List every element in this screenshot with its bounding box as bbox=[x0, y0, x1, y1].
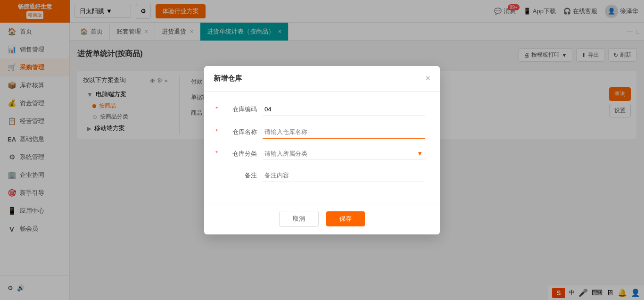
save-button[interactable]: 保存 bbox=[326, 211, 365, 226]
warehouse-category-label: 仓库分类 bbox=[219, 150, 257, 158]
warehouse-remark-input[interactable] bbox=[263, 169, 425, 182]
dialog-close-button[interactable]: × bbox=[425, 74, 430, 83]
warehouse-category-row: 仓库分类 ▼ bbox=[219, 148, 425, 159]
dialog-header: 新增仓库 × bbox=[204, 66, 440, 92]
warehouse-category-select-wrap[interactable]: ▼ bbox=[263, 148, 425, 159]
warehouse-remark-row: 备注 bbox=[219, 169, 425, 182]
warehouse-name-label: 仓库名称 bbox=[219, 128, 257, 136]
warehouse-name-row: 仓库名称 bbox=[219, 125, 425, 139]
warehouse-code-label: 仓库编码 bbox=[219, 105, 257, 114]
warehouse-name-input[interactable] bbox=[263, 125, 425, 139]
dialog-footer: 取消 保存 bbox=[204, 203, 440, 234]
cancel-button[interactable]: 取消 bbox=[279, 211, 319, 227]
warehouse-code-input[interactable] bbox=[263, 103, 425, 116]
warehouse-category-input[interactable] bbox=[264, 150, 415, 157]
new-warehouse-dialog: 新增仓库 × 仓库编码 仓库名称 仓库分类 ▼ bbox=[204, 66, 440, 234]
warehouse-remark-label: 备注 bbox=[219, 171, 257, 180]
dialog-body: 仓库编码 仓库名称 仓库分类 ▼ 备注 bbox=[204, 92, 440, 203]
category-dropdown-icon: ▼ bbox=[417, 150, 423, 157]
warehouse-code-row: 仓库编码 bbox=[219, 103, 425, 116]
modal-overlay: 新增仓库 × 仓库编码 仓库名称 仓库分类 ▼ bbox=[0, 0, 644, 300]
dialog-title: 新增仓库 bbox=[214, 74, 242, 83]
